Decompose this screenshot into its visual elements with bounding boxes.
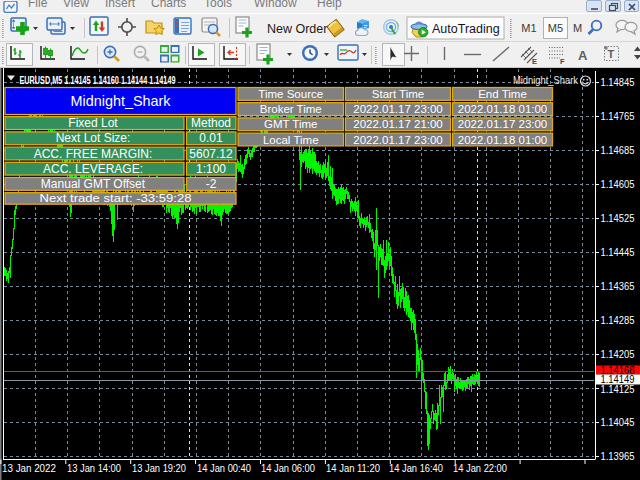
- svg-text:F: F: [560, 57, 565, 66]
- svg-text:1.14525: 1.14525: [601, 213, 635, 224]
- svg-text:0.01: 0.01: [199, 131, 223, 145]
- svg-text:2022.01.17 23:00: 2022.01.17 23:00: [353, 103, 443, 115]
- svg-text:1:100: 1:100: [196, 162, 226, 176]
- svg-text:M1: M1: [521, 22, 536, 34]
- svg-text:M5: M5: [548, 22, 563, 34]
- svg-text:1.14845: 1.14845: [601, 77, 635, 88]
- svg-text:E: E: [532, 57, 537, 66]
- svg-text:Manual GMT Offset: Manual GMT Offset: [41, 177, 146, 191]
- svg-text:EURUSD,M5 1.14145 1.14160 1.1: EURUSD,M5 1.14145 1.14160 1.14144 1.1414…: [20, 74, 176, 86]
- svg-text:1.14045: 1.14045: [601, 417, 635, 428]
- svg-text:GMT Time: GMT Time: [264, 118, 317, 130]
- svg-text:1.14765: 1.14765: [601, 111, 635, 122]
- svg-text:ACC. FREE MARGIN:: ACC. FREE MARGIN:: [34, 147, 153, 161]
- svg-text:T: T: [608, 48, 615, 60]
- svg-text:AutoTrading: AutoTrading: [432, 22, 500, 36]
- svg-text:1.14605: 1.14605: [601, 179, 635, 190]
- svg-text:2022.01.17 23:00: 2022.01.17 23:00: [458, 118, 548, 130]
- svg-text:13 Jan 2022: 13 Jan 2022: [2, 463, 56, 474]
- svg-text:End Time: End Time: [478, 88, 527, 100]
- svg-text:Fixed Lot: Fixed Lot: [68, 116, 118, 130]
- svg-text:1.14125: 1.14125: [601, 384, 635, 395]
- svg-text:14 Jan 22:00: 14 Jan 22:00: [453, 463, 507, 474]
- svg-text:Method: Method: [191, 116, 231, 130]
- svg-text:Broker Time: Broker Time: [260, 103, 322, 115]
- svg-text:ACC. LEVERAGE:: ACC. LEVERAGE:: [43, 162, 143, 176]
- svg-text:A: A: [578, 48, 588, 63]
- svg-text:-2: -2: [206, 177, 217, 191]
- svg-text:Next Lot Size:: Next Lot Size:: [56, 131, 131, 145]
- svg-text:13 Jan 19:20: 13 Jan 19:20: [132, 463, 186, 474]
- svg-text:2022.01.17 23:00: 2022.01.17 23:00: [353, 134, 443, 146]
- svg-text:14 Jan 16:40: 14 Jan 16:40: [389, 463, 443, 474]
- svg-text:Midnight_Shark: Midnight_Shark: [71, 93, 172, 109]
- svg-text:Local Time: Local Time: [263, 134, 319, 146]
- svg-text:1.14205: 1.14205: [601, 349, 635, 360]
- svg-text:Start Time: Start Time: [372, 88, 424, 100]
- svg-text:2022.01.18 01:00: 2022.01.18 01:00: [458, 103, 548, 115]
- svg-text:Midnight_Shark: Midnight_Shark: [513, 74, 579, 86]
- svg-text:1.13965: 1.13965: [601, 451, 635, 462]
- svg-text:Next trade start: -33:59:28: Next trade start: -33:59:28: [40, 192, 192, 204]
- svg-text:14 Jan 11:20: 14 Jan 11:20: [326, 463, 380, 474]
- svg-text:New Order: New Order: [267, 22, 327, 36]
- svg-text:5607.12: 5607.12: [189, 147, 233, 161]
- svg-text:2022.01.18 01:00: 2022.01.18 01:00: [458, 134, 548, 146]
- svg-text:2022.01.17 21:00: 2022.01.17 21:00: [353, 118, 443, 130]
- svg-text:Time Source: Time Source: [258, 88, 323, 100]
- svg-text:13 Jan 14:00: 13 Jan 14:00: [67, 463, 121, 474]
- svg-text:1.14365: 1.14365: [601, 281, 635, 292]
- svg-text:M: M: [573, 22, 582, 34]
- svg-text:1.14685: 1.14685: [601, 145, 635, 156]
- svg-text:14 Jan 00:40: 14 Jan 00:40: [197, 463, 251, 474]
- svg-text:1.14445: 1.14445: [601, 247, 635, 258]
- svg-text:14 Jan 06:00: 14 Jan 06:00: [261, 463, 315, 474]
- svg-text:1.14285: 1.14285: [601, 315, 635, 326]
